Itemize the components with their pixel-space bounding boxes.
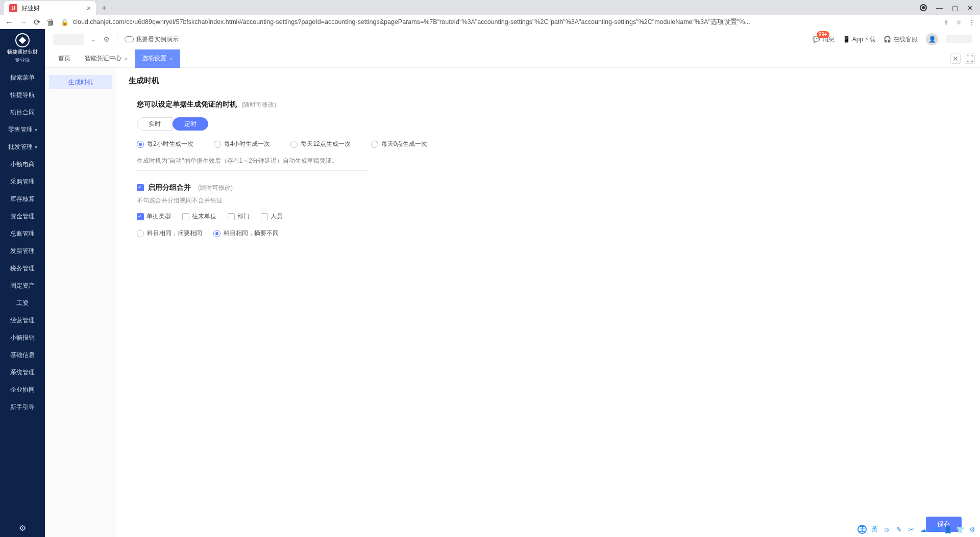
download-button[interactable]: 📱 App下载 xyxy=(843,35,875,44)
group-enable-hint: (随时可修改) xyxy=(198,184,233,192)
browser-tab[interactable]: U 好业财 × xyxy=(4,1,96,15)
sidebar-item-collab[interactable]: 企业协同 xyxy=(0,381,45,398)
ime-face-icon[interactable]: ☺ xyxy=(882,525,891,534)
help-text: 生成时机为"自动"的单据生效后（存在1～2分钟延迟）自动生成草稿凭证。 xyxy=(137,157,968,165)
submenu-item-timing[interactable]: 生成时机 xyxy=(49,75,112,89)
tab-label: 选项设置 xyxy=(142,54,166,63)
switch-realtime[interactable]: 实时 xyxy=(137,117,173,131)
sidebar-item-purchase[interactable]: 采购管理 xyxy=(0,173,45,190)
sidebar-item-basic[interactable]: 基础信息 xyxy=(0,346,45,364)
radio-icon xyxy=(371,141,378,148)
support-button[interactable]: 🎧 在线客服 xyxy=(884,35,918,44)
freq-2h[interactable]: 每2小时生成一次 xyxy=(137,140,193,148)
username[interactable] xyxy=(946,35,972,43)
group-person[interactable]: 人员 xyxy=(261,212,283,221)
avatar[interactable]: 👤 xyxy=(926,33,938,45)
ime-cut-icon[interactable]: ✂ xyxy=(906,525,916,534)
window-controls: — ▢ ✕ xyxy=(920,0,980,15)
ime-lang[interactable]: 英 xyxy=(870,525,879,534)
maximize-icon[interactable]: ▢ xyxy=(952,4,958,12)
radio-icon xyxy=(213,230,220,237)
ime-edit-icon[interactable]: ✎ xyxy=(894,525,903,534)
ime-gear-icon[interactable]: ⚙ xyxy=(968,525,977,534)
close-icon[interactable]: × xyxy=(87,4,91,12)
company-selector[interactable] xyxy=(53,34,84,45)
brand-name: 畅捷通好业财 xyxy=(2,48,43,56)
gear-icon[interactable]: ⚙ xyxy=(103,35,110,43)
sidebar-item-assets[interactable]: 固定资产 xyxy=(0,277,45,294)
chevron-down-icon[interactable]: ⌄ xyxy=(91,36,96,43)
sidebar-item-tax[interactable]: 税务管理 xyxy=(0,260,45,277)
forward-icon[interactable]: → xyxy=(19,18,28,27)
sidebar-item-expense[interactable]: 小畅报销 xyxy=(0,329,45,346)
url-box[interactable]: 🔒 cloud.chanjet.com/cc/u6d89qwnryel/57bf… xyxy=(61,18,938,27)
ime-keyboard-icon[interactable]: ⌨ xyxy=(931,525,940,534)
section-title: 您可以设定单据生成凭证的时机 xyxy=(137,100,237,108)
logo-icon xyxy=(15,33,30,47)
sidebar-item-system[interactable]: 系统管理 xyxy=(0,364,45,381)
tab-settings[interactable]: 选项设置 × xyxy=(135,49,180,68)
account-icon[interactable] xyxy=(920,4,927,11)
radio-icon xyxy=(214,141,221,148)
ime-logo-icon[interactable]: 王 xyxy=(857,525,867,534)
ime-cloud-icon[interactable]: ☁ xyxy=(919,525,928,534)
sidebar-item-retail[interactable]: 零售管理▾ xyxy=(0,121,45,138)
messages-button[interactable]: 💬 消息 99+ xyxy=(813,35,835,44)
page-tabs: 首页 智能凭证中心 × 选项设置 × ✕ ⛶ xyxy=(45,49,980,68)
demo-label: 我要看实例演示 xyxy=(136,35,179,44)
sidebar-item-ledger[interactable]: 总账管理 xyxy=(0,225,45,242)
gear-icon[interactable]: ⚙ xyxy=(19,523,26,533)
tab-home[interactable]: 首页 xyxy=(51,49,78,68)
os-ime-toolbar: 王 英 ☺ ✎ ✂ ☁ ⌨ 👤 👕 ⚙ xyxy=(857,525,977,534)
install-icon[interactable]: ⇪ xyxy=(944,19,949,26)
close-icon[interactable]: × xyxy=(169,56,173,62)
tab-label: 智能凭证中心 xyxy=(85,54,121,63)
ime-shirt-icon[interactable]: 👕 xyxy=(955,525,965,534)
close-window-icon[interactable]: ✕ xyxy=(967,4,973,12)
headset-icon: 🎧 xyxy=(884,36,891,43)
divider xyxy=(117,34,117,44)
new-tab-button[interactable]: + xyxy=(98,2,110,14)
cloud-icon xyxy=(125,36,134,42)
sidebar-item-salary[interactable]: 工资 xyxy=(0,294,45,312)
sidebar-item-search[interactable]: 搜索菜单 xyxy=(0,69,45,86)
trash-icon[interactable]: 🗑 xyxy=(46,18,55,27)
section-heading: 您可以设定单据生成凭证的时机 (随时可修改) xyxy=(137,100,968,109)
switch-scheduled[interactable]: 定时 xyxy=(173,117,208,131)
sidebar-item-guide[interactable]: 新手引导 xyxy=(0,398,45,416)
sidebar-item-business[interactable]: 经营管理 xyxy=(0,312,45,329)
ime-user-icon[interactable]: 👤 xyxy=(943,525,952,534)
close-all-icon[interactable]: ✕ xyxy=(950,54,961,64)
back-icon[interactable]: ← xyxy=(5,18,13,27)
reload-icon[interactable]: ⟳ xyxy=(34,17,40,27)
freq-0am[interactable]: 每天0点生成一次 xyxy=(371,140,428,148)
logo-block: 畅捷通好业财 专业版 xyxy=(0,29,45,66)
star-icon[interactable]: ☆ xyxy=(956,19,962,26)
sidebar-item-quicknav[interactable]: 快捷导航 xyxy=(0,86,45,104)
group-party[interactable]: 往来单位 xyxy=(182,212,216,221)
group-doc-type[interactable]: 单据类型 xyxy=(137,212,171,221)
close-icon[interactable]: × xyxy=(125,56,128,62)
more-icon[interactable]: ⋮ xyxy=(969,19,975,26)
sidebar-item-inventory[interactable]: 库存核算 xyxy=(0,190,45,208)
sidebar-item-funds[interactable]: 资金管理 xyxy=(0,208,45,225)
merge-diff-summary[interactable]: 科目相同，摘要不同 xyxy=(213,229,279,238)
demo-link[interactable]: 我要看实例演示 xyxy=(125,35,179,44)
sidebar-item-invoice[interactable]: 发票管理 xyxy=(0,242,45,260)
main-column: ⌄ ⚙ 我要看实例演示 💬 消息 99+ 📱 App下载 🎧 xyxy=(45,29,980,537)
merge-same-summary[interactable]: 科目相同，摘要相同 xyxy=(137,229,202,238)
sidebar-item-ecommerce[interactable]: 小畅电商 xyxy=(0,156,45,173)
address-bar: ← → ⟳ 🗑 🔒 cloud.chanjet.com/cc/u6d89qwnr… xyxy=(0,15,980,29)
download-label: App下载 xyxy=(852,35,875,44)
freq-4h[interactable]: 每4小时生成一次 xyxy=(214,140,271,148)
sidebar-footer: ⚙ xyxy=(0,519,45,537)
checkbox-group-enable[interactable] xyxy=(137,184,144,191)
sidebar-item-contract[interactable]: 项目合同 xyxy=(0,104,45,121)
fullscreen-icon[interactable]: ⛶ xyxy=(965,54,975,64)
tab-voucher-center[interactable]: 智能凭证中心 × xyxy=(78,49,135,68)
minimize-icon[interactable]: — xyxy=(936,4,943,12)
freq-12pm[interactable]: 每天12点生成一次 xyxy=(290,140,350,148)
group-dept[interactable]: 部门 xyxy=(228,212,250,221)
support-label: 在线客服 xyxy=(893,35,918,44)
sidebar-item-wholesale[interactable]: 批发管理▾ xyxy=(0,138,45,156)
